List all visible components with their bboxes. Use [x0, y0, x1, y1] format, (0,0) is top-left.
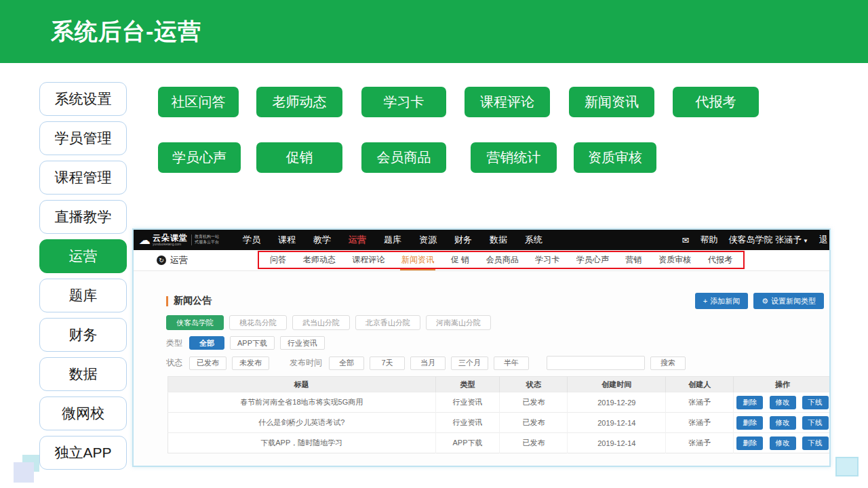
time-filter-3months[interactable]: 三个月	[451, 357, 488, 370]
col-status: 状态	[500, 377, 568, 392]
type-filter-industry-news[interactable]: 行业资讯	[280, 336, 325, 350]
time-filter-7days[interactable]: 7天	[370, 357, 405, 370]
set-news-type-button[interactable]: ⚙ 设置新闻类型	[753, 293, 824, 309]
col-actions: 操作	[734, 377, 831, 392]
subnav-student-voice[interactable]: 学员心声	[576, 254, 609, 266]
offline-button[interactable]: 下线	[802, 396, 829, 409]
type-filter-all[interactable]: 全部	[189, 336, 224, 350]
search-button[interactable]: 搜索	[650, 357, 686, 370]
search-input[interactable]	[547, 356, 645, 370]
feature-teacher-updates[interactable]: 老师动态	[256, 87, 342, 117]
status-filter-published[interactable]: 已发布	[189, 357, 226, 370]
topnav-courses[interactable]: 课程	[269, 234, 304, 246]
edit-button[interactable]: 修改	[770, 416, 796, 430]
cell-status: 已发布	[500, 392, 568, 413]
table-header-row: 标题 类型 状态 创建时间 创建人 操作	[168, 377, 831, 392]
brand-tagline: 教育机构一站 式服务云平台	[191, 235, 219, 245]
sidebar-item-data[interactable]: 数据	[39, 357, 127, 391]
caret-down-icon: ▼	[803, 238, 808, 244]
time-filter-all[interactable]: 全部	[329, 357, 364, 370]
feature-student-voice[interactable]: 学员心声	[158, 142, 241, 173]
subnav-qa[interactable]: 问答	[270, 254, 286, 266]
topnav-operations[interactable]: 运营	[340, 234, 375, 246]
admin-body: 新闻公告 + 添加新闻 ⚙ 设置新闻类型 侠客岛学院 桃花岛分院 武当山分院 北…	[134, 271, 829, 466]
help-link[interactable]: 帮助	[700, 234, 717, 246]
envelope-icon[interactable]: ✉	[682, 235, 690, 245]
admin-panel: ☁ 云朵课堂 yunduoketang.com 教育机构一站 式服务云平台 学员…	[132, 228, 831, 467]
subnav-study-card[interactable]: 学习卡	[535, 254, 559, 266]
topnav-teaching[interactable]: 教学	[304, 234, 340, 246]
sidebar-item-course-management[interactable]: 课程管理	[39, 161, 127, 195]
feature-proxy-exam[interactable]: 代报考	[673, 87, 759, 117]
admin-topnav-items: 学员 课程 教学 运营 题库 资源 财务 数据 系统	[234, 234, 551, 246]
add-news-button[interactable]: + 添加新闻	[695, 293, 748, 309]
sidebar-item-question-bank[interactable]: 题库	[39, 279, 127, 312]
feature-study-card[interactable]: 学习卡	[361, 87, 446, 117]
table-row: 什么是剑桥少儿英语考试? 行业资讯 已发布 2019-12-14 张涵予 删除 …	[168, 413, 831, 433]
cell-actions: 删除 修改 下线	[734, 392, 831, 413]
school-tab-taohuadao[interactable]: 桃花岛分院	[229, 315, 287, 330]
time-filter-current-month[interactable]: 当月	[410, 357, 446, 370]
school-tab-wudangshan[interactable]: 武当山分院	[292, 315, 350, 330]
type-filter-app-download[interactable]: APP下载	[230, 336, 275, 350]
offline-button[interactable]: 下线	[802, 436, 829, 450]
cell-actions: 删除 修改 下线	[734, 413, 831, 433]
feature-community-qa[interactable]: 社区问答	[158, 87, 239, 117]
subnav-qualification-review[interactable]: 资质审核	[658, 254, 691, 266]
subnav-marketing[interactable]: 营销	[626, 254, 642, 266]
topnav-finance[interactable]: 财务	[446, 234, 481, 246]
sidebar-item-system-settings[interactable]: 系统设置	[39, 82, 127, 116]
subnav-proxy-exam[interactable]: 代报考	[708, 254, 732, 266]
time-filter-half-year[interactable]: 半年	[494, 357, 529, 370]
sidebar-item-finance[interactable]: 财务	[39, 318, 127, 352]
delete-button[interactable]: 删除	[736, 396, 763, 409]
feature-qualification-review[interactable]: 资质审核	[574, 142, 656, 173]
subnav-teacher-updates[interactable]: 老师动态	[303, 254, 336, 266]
cell-created: 2019-12-29	[568, 392, 666, 413]
cell-created: 2019-12-14	[568, 413, 666, 433]
sidebar-item-student-management[interactable]: 学员管理	[39, 121, 127, 155]
sidebar-item-live-teaching[interactable]: 直播教学	[39, 200, 127, 234]
feature-promotion[interactable]: 促销	[256, 142, 342, 173]
logout-link[interactable]: 退	[819, 234, 828, 246]
gear-icon: ⚙	[762, 297, 768, 306]
school-tab-xiakedao[interactable]: 侠客岛学院	[166, 315, 224, 330]
edit-button[interactable]: 修改	[770, 436, 796, 450]
topnav-question-bank[interactable]: 题库	[375, 234, 410, 246]
status-filter-unpublished[interactable]: 未发布	[232, 357, 269, 370]
cell-title: 什么是剑桥少儿英语考试?	[168, 413, 436, 433]
admin-topnav-right: ✉ 帮助 侠客岛学院 张涵予▼ 退	[682, 234, 828, 246]
type-filter-row: 类型 全部 APP下载 行业资讯	[166, 336, 829, 350]
topnav-resources[interactable]: 资源	[410, 234, 446, 246]
news-table: 标题 类型 状态 创建时间 创建人 操作 春节前河南全省18地市将实现5G商用 …	[167, 376, 831, 453]
subnav-promotion[interactable]: 促 销	[451, 254, 469, 266]
edit-button[interactable]: 修改	[770, 396, 796, 409]
subnav-course-comments[interactable]: 课程评论	[352, 254, 384, 266]
sidebar-item-micro-school[interactable]: 微网校	[39, 396, 127, 430]
delete-button[interactable]: 删除	[736, 436, 763, 450]
content-title: 新闻公告	[174, 295, 212, 307]
sidebar-item-standalone-app[interactable]: 独立APP	[39, 436, 127, 470]
brand-domain: yunduoketang.com	[153, 243, 188, 246]
col-created: 创建时间	[568, 377, 666, 392]
feature-course-comments[interactable]: 课程评论	[465, 87, 550, 117]
cell-title: 下载APP，随时随地学习	[168, 433, 436, 453]
feature-member-goods[interactable]: 会员商品	[361, 142, 446, 173]
school-tab-beijing-xiangshan[interactable]: 北京香山分院	[355, 315, 420, 330]
topnav-data[interactable]: 数据	[481, 234, 516, 246]
admin-topnav: ☁ 云朵课堂 yunduoketang.com 教育机构一站 式服务云平台 学员…	[134, 230, 829, 250]
content-title-row: 新闻公告 + 添加新闻 ⚙ 设置新闻类型	[134, 271, 829, 309]
offline-button[interactable]: 下线	[802, 416, 829, 430]
topnav-students[interactable]: 学员	[234, 234, 269, 246]
feature-marketing-stats[interactable]: 营销统计	[471, 142, 557, 173]
school-tab-henan-songshan[interactable]: 河南嵩山分院	[426, 315, 491, 330]
table-row: 下载APP，随时随地学习 APP下载 已发布 2019-12-14 张涵予 删除…	[168, 433, 831, 453]
sidebar-item-operations[interactable]: 运营	[39, 239, 127, 273]
topnav-system[interactable]: 系统	[516, 234, 551, 246]
subnav-member-goods[interactable]: 会员商品	[486, 254, 519, 266]
cell-creator: 张涵予	[666, 413, 734, 433]
feature-news[interactable]: 新闻资讯	[569, 87, 654, 117]
delete-button[interactable]: 删除	[736, 416, 763, 430]
account-menu[interactable]: 侠客岛学院 张涵予▼	[728, 234, 808, 246]
subnav-news[interactable]: 新闻资讯	[401, 254, 434, 266]
